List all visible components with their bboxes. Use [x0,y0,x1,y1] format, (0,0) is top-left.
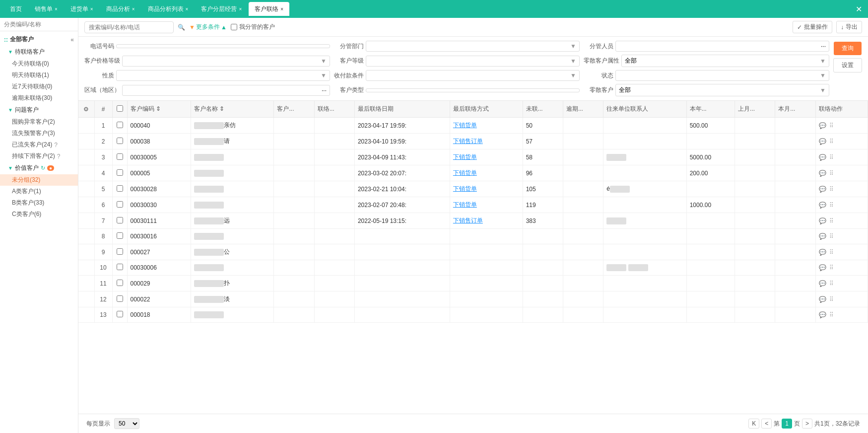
retail-customer-input[interactable]: 全部 ▼ [615,84,829,96]
phone-action-icon-0[interactable]: 💬 [819,122,826,129]
row-last-method-4[interactable]: 下销货单 [450,181,523,197]
last-method-col-header[interactable]: 最后联络方式 [450,101,523,118]
problem-item-1[interactable]: 流失预警客户(3) [0,128,78,139]
contact-col-header[interactable]: 联络... [314,101,354,118]
phone-action-icon-7[interactable]: 💬 [819,233,826,240]
row-checkbox-7[interactable] [112,229,127,244]
row-checkbox-input-6[interactable] [117,217,123,223]
more-action-icon-10[interactable]: ⠿ [829,280,834,287]
pending-item-2[interactable]: 近7天待联络(0) [0,81,78,92]
phone-input[interactable] [116,44,330,48]
phone-action-icon-9[interactable]: 💬 [819,264,826,271]
more-action-icon-5[interactable]: ⠿ [829,202,834,209]
row-checkbox-11[interactable] [112,291,127,307]
row-checkbox-1[interactable] [112,134,127,149]
row-checkbox-8[interactable] [112,244,127,260]
nav-tab-3[interactable]: 商品分析列表 × [142,2,195,16]
sidebar-collapse-button[interactable]: « [70,36,74,43]
customer-search-input[interactable] [84,21,174,33]
row-checkbox-input-0[interactable] [117,122,123,128]
tab-close-icon-1[interactable]: × [90,6,93,12]
row-checkbox-input-1[interactable] [117,138,123,144]
retail-attr-input[interactable]: 全部 ▼ [621,55,829,67]
customer-search-icon[interactable]: 🔍 [178,24,185,31]
region-input[interactable]: ··· [122,85,330,96]
manager-input[interactable]: ··· [615,41,829,52]
more-action-icon-12[interactable]: ⠿ [829,311,834,318]
more-action-icon-6[interactable]: ⠿ [829,217,834,224]
overdue-col-header[interactable]: 逾期... [563,101,603,118]
problem-item-3[interactable]: 持续下滑客户(2) ? [0,150,78,162]
name-column-header[interactable]: 客户名称 ⇕ [191,101,274,118]
nature-input[interactable]: ▼ [116,70,330,81]
row-checkbox-input-4[interactable] [117,185,123,192]
more-action-icon-8[interactable]: ⠿ [829,249,834,256]
my-customers-checkbox[interactable] [231,24,237,30]
value-item-3[interactable]: C类客户(6) [0,209,78,220]
row-checkbox-input-9[interactable] [117,264,123,270]
pending-item-3[interactable]: 逾期未联络(30) [0,92,78,104]
export-button[interactable]: ↓ 导出 [836,21,862,33]
row-checkbox-4[interactable] [112,181,127,197]
tab-close-icon-5[interactable]: × [280,6,283,12]
row-checkbox-input-2[interactable] [117,153,123,160]
current-page-button[interactable]: 1 [782,419,792,429]
window-close-button[interactable]: ✕ [854,2,864,16]
customer-type-input[interactable] [366,88,580,92]
problem-item-0[interactable]: 囤购异常客户(2) [0,116,78,128]
phone-action-icon-8[interactable]: 💬 [819,249,826,256]
row-last-method-10[interactable] [450,276,523,291]
settings-column-header[interactable]: ⚙ [78,101,94,118]
value-item-2[interactable]: B类客户(33) [0,197,78,209]
nav-home-tab[interactable]: 首页 [4,2,28,16]
batch-operation-button[interactable]: ✓ 批量操作 [793,21,832,33]
row-checkbox-input-7[interactable] [117,232,123,239]
more-conditions-button[interactable]: ▼ 更多条件 ▲ [189,23,227,31]
prev-page-button[interactable]: < [761,419,772,429]
status-input[interactable]: ▼ [615,70,829,81]
select-all-checkbox[interactable] [117,105,123,112]
row-checkbox-0[interactable] [112,118,127,134]
row-checkbox-input-11[interactable] [117,295,123,302]
row-checkbox-3[interactable] [112,165,127,181]
more-action-icon-7[interactable]: ⠿ [829,233,834,240]
problem-item-2[interactable]: 已流失客户(24) ? [0,139,78,150]
phone-action-icon-5[interactable]: 💬 [819,202,826,209]
nav-tab-0[interactable]: 销售单 × [29,2,64,16]
pending-section-title[interactable]: ▼ 待联络客户 [0,46,78,58]
value-item-0[interactable]: 未分组(32) [0,174,78,186]
pending-item-1[interactable]: 明天待联络(1) [0,70,78,81]
row-last-method-3[interactable]: 下销货单 [450,165,523,181]
phone-action-icon-2[interactable]: 💬 [819,154,826,161]
contacts-person-col-header[interactable]: 往来单位联系人 [603,101,687,118]
tab-close-icon-4[interactable]: × [239,6,242,12]
query-button[interactable]: 查询 [834,42,862,55]
more-action-icon-1[interactable]: ⠿ [829,138,834,145]
phone-action-icon-12[interactable]: 💬 [819,311,826,318]
row-checkbox-5[interactable] [112,197,127,213]
row-last-method-0[interactable]: 下销货单 [450,118,523,134]
tab-close-icon-0[interactable]: × [55,6,58,12]
row-checkbox-12[interactable] [112,307,127,323]
more-action-icon-9[interactable]: ⠿ [829,264,834,271]
page-size-select[interactable]: 50 100 200 [114,418,139,429]
nav-tab-5[interactable]: 客户联络 × [249,2,289,16]
row-last-method-1[interactable]: 下销售订单 [450,134,523,149]
row-last-method-2[interactable]: 下销货单 [450,149,523,165]
payment-input[interactable]: ▼ [366,70,580,81]
phone-action-icon-3[interactable]: 💬 [819,170,826,177]
more-action-icon-4[interactable]: ⠿ [829,186,834,193]
tab-close-icon-3[interactable]: × [186,6,189,12]
value-item-1[interactable]: A类客户(1) [0,186,78,197]
row-checkbox-input-10[interactable] [117,280,123,286]
nav-tab-2[interactable]: 商品分析 × [100,2,141,16]
phone-action-icon-1[interactable]: 💬 [819,138,826,145]
tab-close-icon-2[interactable]: × [132,6,135,12]
row-checkbox-input-12[interactable] [117,311,123,317]
row-checkbox-10[interactable] [112,276,127,291]
more-action-icon-3[interactable]: ⠿ [829,170,834,177]
this-month-col-header[interactable]: 本月... [775,101,815,118]
first-page-button[interactable]: K [748,419,759,429]
pending-item-0[interactable]: 今天待联络(0) [0,58,78,70]
row-last-method-11[interactable] [450,291,523,307]
